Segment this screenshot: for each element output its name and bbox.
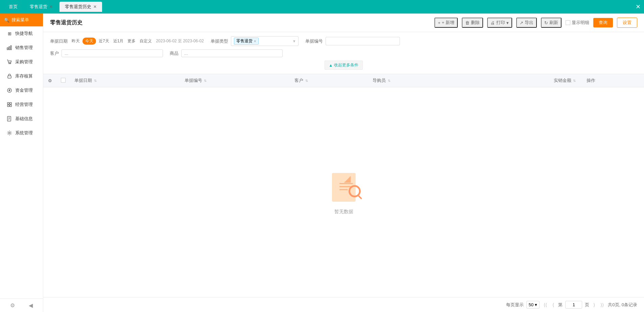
svg-rect-9 <box>10 103 11 104</box>
print-icon: 🖨 <box>491 20 495 25</box>
main-layout: 🔍 搜索菜单 ⊞ 快捷导航 销售管理 <box>0 14 644 312</box>
filter-doctype-tag-close[interactable]: × <box>254 39 256 44</box>
pagination-per-page-label: 每页显示 <box>506 302 524 308</box>
th-settings: ⚙ <box>43 74 57 87</box>
date-opt-1month[interactable]: 近1月 <box>112 38 125 45</box>
select-all-checkbox[interactable] <box>61 78 66 83</box>
export-icon: ↗ <box>520 20 523 25</box>
tab-retail-return[interactable]: 零售退货 ✕ <box>24 2 58 12</box>
tab-retail-return-history[interactable]: 零售退货历史 ✕ <box>59 2 102 12</box>
svg-rect-2 <box>10 46 11 50</box>
sidebar-item-operations[interactable]: 经营管理 <box>0 97 43 112</box>
sidebar-item-inventory[interactable]: 库存核算 <box>0 69 43 83</box>
sidebar-item-basic-info[interactable]: 基础信息 <box>0 112 43 126</box>
sort-date-icon[interactable]: ⇅ <box>94 79 97 83</box>
sidebar-item-basic-info-label: 基础信息 <box>15 116 33 122</box>
sidebar-item-quick-nav-label: 快捷导航 <box>15 30 33 37</box>
sidebar-item-finance[interactable]: 资金管理 <box>0 83 43 97</box>
th-actions: 操作 <box>582 74 644 87</box>
pagination-info: 共0页, 0条记录 <box>608 302 637 308</box>
filter-docnumber-label: 单据编号 <box>305 38 323 44</box>
collapse-sidebar-icon[interactable]: ◀ <box>29 302 33 309</box>
chart-icon <box>6 45 13 51</box>
date-opt-more[interactable]: 更多 <box>126 38 137 45</box>
filter-doctype-value: 零售退货 <box>236 38 253 44</box>
table-header: ⚙ 单据日期 ⇅ 单据编号 ⇅ <box>43 74 644 87</box>
tab-retail-return-close[interactable]: ✕ <box>49 5 53 9</box>
pagination-per-page-chevron: ▾ <box>535 302 537 307</box>
tab-home[interactable]: 首页 <box>3 2 23 12</box>
page-title: 零售退货历史 <box>50 19 82 26</box>
pagination-last-icon[interactable]: ⟩⟩ <box>599 302 605 308</box>
query-button[interactable]: 查询 <box>593 18 613 27</box>
filter-docnumber-item: 单据编号 <box>305 37 400 45</box>
th-guide: 导购员 ⇅ <box>368 74 462 87</box>
sidebar-item-operations-label: 经营管理 <box>15 102 33 108</box>
collapse-icon: ▲ <box>329 63 333 68</box>
date-opt-yesterday[interactable]: 昨天 <box>70 38 81 45</box>
filter-date-label: 单据日期 <box>50 38 68 44</box>
date-opt-today[interactable]: 今天 <box>82 38 96 45</box>
sidebar-item-system-mgmt[interactable]: 系统管理 <box>0 126 43 140</box>
print-button[interactable]: 🖨 打印 ▾ <box>487 18 512 28</box>
empty-state: 暂无数据 <box>43 87 644 297</box>
sidebar-search[interactable]: 🔍 搜索菜单 <box>0 14 43 26</box>
sidebar-item-purchase-mgmt[interactable]: 采购管理 <box>0 55 43 69</box>
date-opt-7days[interactable]: 近7天 <box>97 38 111 45</box>
th-date: 单据日期 ⇅ <box>70 74 181 87</box>
show-detail-toggle[interactable]: 显示明细 <box>566 20 589 26</box>
refresh-icon: ↻ <box>544 20 548 25</box>
delete-button[interactable]: 🗑 删除 <box>462 18 483 28</box>
tab-bar: 首页 零售退货 ✕ 零售退货历史 ✕ ✕ <box>0 0 644 14</box>
filter-doctype-input[interactable]: 零售退货 × ▾ <box>231 36 299 46</box>
sidebar-item-quick-nav[interactable]: ⊞ 快捷导航 <box>0 26 43 41</box>
close-window-icon[interactable]: ✕ <box>636 3 641 10</box>
delete-icon: 🗑 <box>465 20 470 25</box>
sidebar-item-sales-mgmt[interactable]: 销售管理 <box>0 41 43 55</box>
sidebar: 🔍 搜索菜单 ⊞ 快捷导航 销售管理 <box>0 14 43 312</box>
sort-number-icon[interactable]: ⇅ <box>204 79 207 83</box>
setting-button[interactable]: 设置 <box>617 18 637 28</box>
svg-rect-10 <box>10 105 11 107</box>
svg-rect-0 <box>7 48 8 50</box>
svg-rect-1 <box>9 47 10 50</box>
add-button[interactable]: + + 新增 <box>434 18 458 28</box>
pagination-prev-icon[interactable]: ⟨ <box>551 302 555 308</box>
svg-rect-7 <box>7 103 9 104</box>
page-header: 零售退货历史 + + 新增 🗑 删除 🖨 打印 ▾ ↗ 导出 <box>43 14 644 32</box>
export-button[interactable]: ↗ 导出 <box>516 18 537 28</box>
settings-bottom-icon[interactable]: ⚙ <box>10 302 15 309</box>
date-opt-custom[interactable]: 自定义 <box>138 38 153 45</box>
cart-icon <box>6 59 13 65</box>
tab-retail-return-history-label: 零售退货历史 <box>65 4 91 10</box>
pagination-next-icon[interactable]: ⟩ <box>592 302 596 308</box>
show-detail-checkbox[interactable] <box>566 20 570 25</box>
tab-home-label: 首页 <box>9 4 18 10</box>
pagination-page-unit: 页 <box>585 302 589 308</box>
print-chevron-icon: ▾ <box>506 20 509 25</box>
filter-customer-label: 客户 <box>50 50 59 57</box>
sort-amount-icon[interactable]: ⇅ <box>573 79 576 83</box>
sort-guide-icon[interactable]: ⇅ <box>388 79 390 83</box>
pagination-per-page-select[interactable]: 50 ▾ <box>526 301 540 309</box>
refresh-button[interactable]: ↻ 刷新 <box>541 18 562 28</box>
tab-retail-return-history-close[interactable]: ✕ <box>93 5 97 9</box>
filter-date-range: 2023-06-02 至 2023-06-02 <box>156 38 204 44</box>
svg-point-3 <box>9 63 9 64</box>
filter-doctype-item: 单据类型 零售退货 × ▾ <box>211 36 299 46</box>
operations-icon <box>6 102 13 108</box>
pagination-first-icon[interactable]: ⟨⟨ <box>542 302 548 308</box>
filter-goods-input[interactable]: ... <box>181 49 283 57</box>
filter-goods-label: 商品 <box>170 50 178 57</box>
finance-icon <box>6 87 13 93</box>
empty-magnify-handle <box>358 195 362 200</box>
collapse-filter-btn[interactable]: ▲ 收起更多条件 <box>325 61 363 70</box>
pagination-page-label: 第 <box>558 302 563 308</box>
filter-docnumber-input[interactable] <box>326 37 400 45</box>
sort-customer-icon[interactable]: ⇅ <box>305 79 308 83</box>
pagination-page-input[interactable] <box>565 301 582 309</box>
empty-doc-fold <box>344 176 351 183</box>
filter-doctype-label: 单据类型 <box>211 38 228 44</box>
filter-customer-input[interactable]: ... <box>62 49 163 57</box>
column-settings-icon[interactable]: ⚙ <box>48 78 52 83</box>
